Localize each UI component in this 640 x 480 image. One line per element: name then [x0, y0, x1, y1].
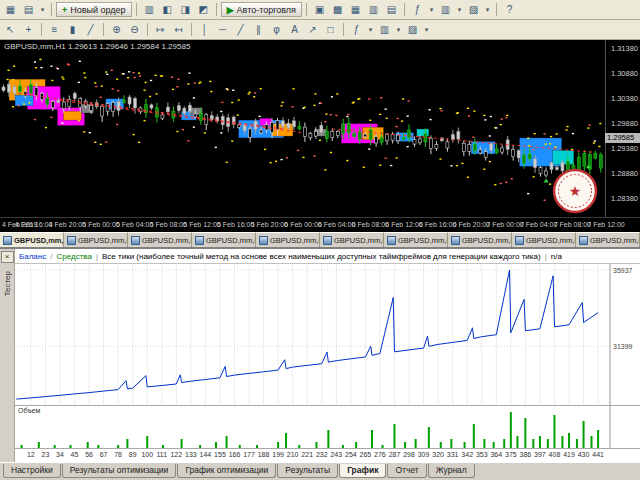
help-icon[interactable]: ?	[501, 2, 518, 17]
zoom-in-icon[interactable]: ⊕	[108, 22, 125, 37]
trade-marker	[505, 117, 507, 118]
trade-marker	[220, 111, 222, 112]
cascade-windows-icon[interactable]: ▩	[329, 2, 346, 17]
arrow-objects-icon[interactable]: ↗	[304, 22, 321, 37]
trade-marker	[112, 88, 114, 89]
template-list-arrow-icon[interactable]: ▾	[422, 22, 431, 37]
templates-arrow-icon[interactable]: ▾	[483, 2, 492, 17]
time-axis-label: 5 Feb 00:00	[82, 221, 119, 228]
trade-marker	[68, 64, 70, 65]
current-price-badge: 1.29585	[605, 133, 640, 143]
candle-body	[51, 101, 54, 107]
terminal-icon[interactable]: ◨	[177, 2, 194, 17]
trade-marker	[439, 108, 441, 109]
trade-marker	[154, 75, 156, 76]
chart-tab[interactable]: GBPUSD,mm,H1 (visual)	[256, 232, 320, 247]
candle-body	[369, 130, 372, 140]
periods-arrow-icon[interactable]: ▾	[455, 2, 464, 17]
timeframes-icon[interactable]: ▥	[376, 22, 393, 37]
trade-marker	[505, 182, 507, 183]
cursor-icon[interactable]: ↖	[2, 22, 19, 37]
tester-tab-3[interactable]: График оптимизации	[177, 464, 276, 478]
price-chart-window[interactable]: GBPUSD,mm,H1 1.29613 1.29646 1.29584 1.2…	[0, 40, 640, 232]
chart-tab[interactable]: GBPUSD,mm,H1	[0, 232, 64, 247]
candles-chart-icon[interactable]: ▮	[64, 22, 81, 37]
indicator-list-icon[interactable]: ƒ	[348, 22, 365, 37]
autotrade-button[interactable]: ▶Авто-торговля	[221, 2, 302, 17]
profiles-icon[interactable]: ▤	[20, 2, 37, 17]
trade-marker	[527, 137, 529, 138]
volume-bar	[547, 439, 549, 448]
tester-tab-6[interactable]: Отчет	[387, 464, 426, 478]
chart-tab[interactable]: GBPUSD,mm,H4 (visual)	[384, 232, 448, 247]
bars-chart-icon[interactable]: ≡	[46, 22, 63, 37]
trade-marker	[117, 90, 119, 91]
tester-tab-4[interactable]: Результаты	[277, 464, 338, 478]
navigator-icon[interactable]: ◧	[159, 2, 176, 17]
chart-tab[interactable]: GBPUSD,mm,M15 (visual)	[64, 232, 128, 247]
tester-tab-7[interactable]: Журнал	[428, 464, 475, 478]
candle-body	[599, 155, 602, 168]
close-tester-button[interactable]: ×	[1, 251, 14, 263]
fibonacci-icon[interactable]: φ	[268, 22, 285, 37]
arrange-icons-icon[interactable]: ▤	[383, 2, 400, 17]
trade-marker	[116, 78, 118, 79]
tester-tab-5[interactable]: График	[339, 464, 386, 478]
volume-bar	[597, 430, 599, 448]
timeframes-arrow-icon[interactable]: ▾	[394, 22, 403, 37]
chart-tab[interactable]: GBPUSD,mm,H1 (visual)	[576, 232, 640, 247]
indicator-list-arrow-icon[interactable]: ▾	[366, 22, 375, 37]
template-list-icon[interactable]: ▨	[404, 22, 421, 37]
new-chart-icon[interactable]: ▦	[2, 2, 19, 17]
tester-tab-2[interactable]: Результаты оптимизации	[62, 464, 177, 478]
indicators-icon[interactable]: ƒ	[409, 2, 426, 17]
candle-body	[495, 149, 498, 152]
trade-marker	[302, 157, 304, 158]
trade-marker	[457, 112, 459, 113]
shapes-icon[interactable]: □	[322, 22, 339, 37]
trade-marker	[50, 65, 52, 66]
new-window-icon[interactable]: ▣	[311, 2, 328, 17]
new-order-button[interactable]: +Новый ордер	[56, 2, 132, 17]
line-chart-icon[interactable]: ╱	[82, 22, 99, 37]
candle-body	[336, 131, 339, 135]
text-label-icon[interactable]: A	[286, 22, 303, 37]
chart-shift-icon[interactable]: ↤	[170, 22, 187, 37]
tile-horizontally-icon[interactable]: ▦	[347, 2, 364, 17]
vertical-line-icon[interactable]: │	[196, 22, 213, 37]
tester-tab-1[interactable]: Настройки	[3, 464, 61, 478]
templates-icon[interactable]: ▨	[465, 2, 482, 17]
periods-icon[interactable]: ▥	[437, 2, 454, 17]
indicators-arrow-icon[interactable]: ▾	[427, 2, 436, 17]
trade-marker	[23, 103, 25, 104]
toolbar-separator	[496, 3, 497, 16]
chart-tab[interactable]: GBPUSD,mm,H1 (visual)	[320, 232, 384, 247]
trade-marker	[79, 61, 81, 62]
chart-tab[interactable]: GBPUSD,mm,M15 (visual)	[128, 232, 192, 247]
crosshair-icon[interactable]: +	[20, 22, 37, 37]
trade-marker	[314, 93, 316, 94]
chart-tab-label: GBPUSD,mm,M15 (visual)	[78, 236, 128, 245]
chart-window-icon[interactable]: ▥	[141, 2, 158, 17]
chart-tab-icon	[387, 236, 396, 245]
trade-marker	[89, 132, 91, 133]
chart-tab[interactable]: GBPUSD,mm,H4 (visual)	[512, 232, 576, 247]
trade-marker	[83, 72, 85, 73]
trendline-icon[interactable]: ╱	[232, 22, 249, 37]
channel-icon[interactable]: ∥	[250, 22, 267, 37]
candle-body	[418, 139, 421, 143]
chart-tab[interactable]: GBPUSD,mm,M15 (visual)	[192, 232, 256, 247]
profiles-arrow-icon[interactable]: ▾	[38, 2, 47, 17]
candle-body	[298, 126, 301, 129]
volume-bar	[483, 439, 485, 448]
x-axis-label: 265	[360, 451, 372, 458]
trade-marker	[346, 160, 348, 161]
chart-tab[interactable]: GBPUSD,mm,H4 (visual)	[448, 232, 512, 247]
horizontal-line-icon[interactable]: ─	[214, 22, 231, 37]
zoom-out-icon[interactable]: ⊖	[126, 22, 143, 37]
trade-marker	[155, 93, 157, 94]
tile-vertically-icon[interactable]: ▥	[365, 2, 382, 17]
balance-graph[interactable]: 3593731399	[15, 264, 640, 405]
strategy-tester-icon[interactable]: ◩	[195, 2, 212, 17]
auto-scroll-icon[interactable]: ↦	[152, 22, 169, 37]
